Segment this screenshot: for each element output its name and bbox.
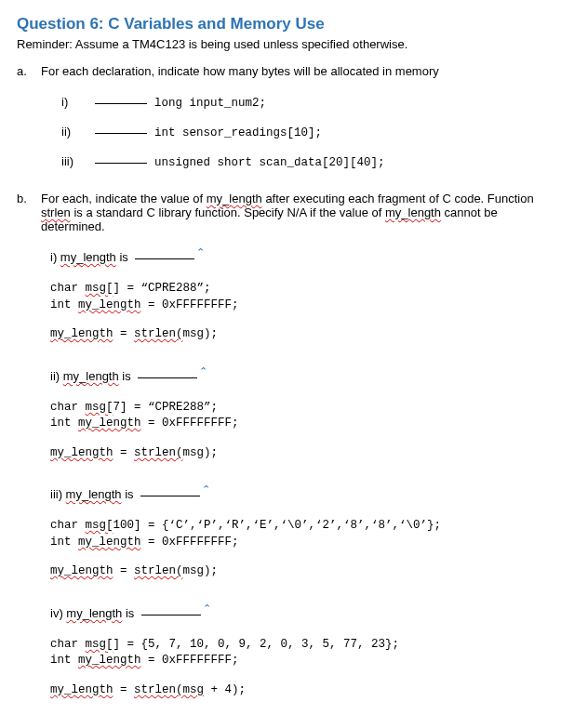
code-line: char msg[100] = {‘C’,‘P’,‘R’,‘E’,‘\0’,‘2… <box>50 518 557 550</box>
caret-icon: ⌃ <box>202 483 210 495</box>
caret-icon: ⌃ <box>203 602 211 614</box>
code-line: my_length = strlen(msg); <box>50 445 557 462</box>
part-b-subitem: i) my_length is ⌃ char msg[] = “CPRE288”… <box>50 250 557 343</box>
part-b: b. For each, indicate the value of my_le… <box>17 192 557 698</box>
decl-code: int sensor_readings[10]; <box>154 126 322 139</box>
part-b-letter: b. <box>17 192 30 233</box>
sub-head: iv) my_length is ⌃ <box>50 606 211 620</box>
part-b-subitems: i) my_length is ⌃ char msg[] = “CPRE288”… <box>50 250 557 698</box>
decl-code: unsigned short scan_data[20][40]; <box>154 156 385 169</box>
part-a-prompt: For each declaration, indicate how many … <box>41 64 439 78</box>
decl-code: long input_num2; <box>154 97 266 110</box>
caret-icon: ⌃ <box>199 365 207 377</box>
caret-icon: ⌃ <box>196 246 205 258</box>
code-line: my_length = strlen(msg); <box>50 563 557 580</box>
part-a-item: ii) int sensor_readings[10]; <box>61 125 557 139</box>
part-a-letter: a. <box>17 64 30 78</box>
answer-blank[interactable] <box>95 152 147 164</box>
sub-head: iii) my_length is ⌃ <box>50 487 210 501</box>
part-b-subitem: ii) my_length is ⌃ char msg[7] = “CPRE28… <box>50 369 557 462</box>
answer-blank[interactable] <box>95 93 147 104</box>
code-line: char msg[] = {5, 7, 10, 0, 9, 2, 0, 3, 5… <box>50 637 557 669</box>
code-line: my_length = strlen(msg); <box>50 326 557 343</box>
item-num: i) <box>61 95 87 109</box>
part-a-items: i) long input_num2; ii) int sensor_readi… <box>61 95 557 169</box>
part-a-item: i) long input_num2; <box>61 95 557 110</box>
item-num: ii) <box>61 125 87 139</box>
answer-blank[interactable] <box>138 367 197 378</box>
part-b-subitem: iv) my_length is ⌃ char msg[] = {5, 7, 1… <box>50 606 557 699</box>
answer-blank[interactable] <box>95 123 147 134</box>
sub-head: i) my_length is ⌃ <box>50 250 205 264</box>
answer-blank[interactable] <box>140 485 200 496</box>
question-title: Question 6: C Variables and Memory Use <box>17 15 557 33</box>
answer-blank[interactable] <box>135 248 194 259</box>
part-a-item: iii) unsigned short scan_data[20][40]; <box>61 154 557 169</box>
code-line: char msg[7] = “CPRE288”; int my_length =… <box>50 400 557 432</box>
sub-head: ii) my_length is ⌃ <box>50 369 207 383</box>
question-container: Question 6: C Variables and Memory Use R… <box>17 15 557 698</box>
question-subtitle: Reminder: Assume a TM4C123 is being used… <box>17 37 557 51</box>
item-num: iii) <box>61 154 87 168</box>
code-line: char msg[] = “CPRE288”; int my_length = … <box>50 281 557 313</box>
answer-blank[interactable] <box>141 604 201 615</box>
part-a: a. For each declaration, indicate how ma… <box>17 64 557 169</box>
part-b-prompt-row: b. For each, indicate the value of my_le… <box>17 192 557 233</box>
part-b-subitem: iii) my_length is ⌃ char msg[100] = {‘C’… <box>50 487 557 580</box>
part-b-prompt: For each, indicate the value of my_lengt… <box>41 192 557 233</box>
part-a-prompt-row: a. For each declaration, indicate how ma… <box>17 64 557 78</box>
code-line: my_length = strlen(msg + 4); <box>50 682 557 699</box>
